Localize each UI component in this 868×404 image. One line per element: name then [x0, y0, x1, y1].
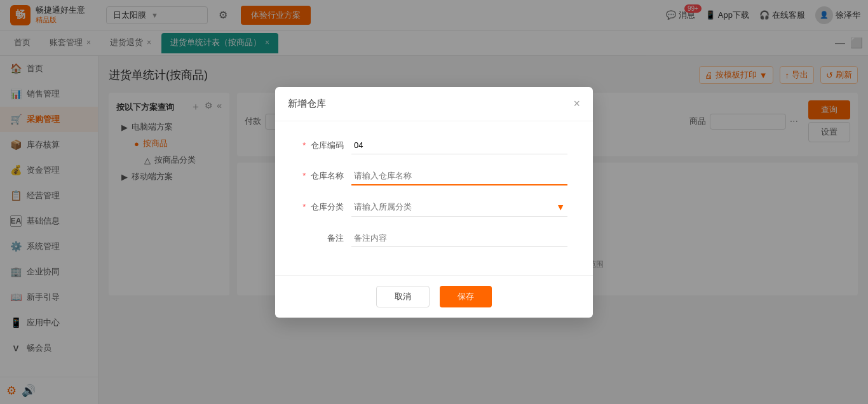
category-label-wrap: * 仓库分类 — [301, 201, 351, 213]
dialog-header: 新增仓库 × — [275, 87, 593, 121]
form-row-name: * 仓库名称 — [301, 167, 567, 185]
category-label: 仓库分类 — [311, 202, 344, 212]
save-button[interactable]: 保存 — [440, 286, 492, 307]
form-row-note: 备注 — [301, 229, 567, 247]
form-row-code: * 仓库编码 — [301, 137, 567, 154]
dialog-footer: 取消 保存 — [275, 275, 593, 318]
dialog-body: * 仓库编码 * 仓库名称 * 仓库分类 — [275, 121, 593, 275]
note-label-wrap: 备注 — [301, 232, 351, 244]
name-label: 仓库名称 — [311, 171, 344, 180]
name-input[interactable] — [351, 167, 567, 185]
required-mark-code: * — [302, 140, 306, 150]
dialog-close-button[interactable]: × — [573, 97, 580, 111]
code-label: 仓库编码 — [311, 140, 344, 150]
code-label-wrap: * 仓库编码 — [301, 140, 351, 151]
form-row-category: * 仓库分类 ▼ — [301, 198, 567, 217]
name-label-wrap: * 仓库名称 — [301, 170, 351, 182]
required-mark-category: * — [302, 202, 306, 212]
note-input[interactable] — [351, 229, 567, 247]
cancel-button[interactable]: 取消 — [376, 286, 430, 307]
dialog-new-warehouse: 新增仓库 × * 仓库编码 * 仓库名称 — [275, 87, 593, 318]
dialog-title: 新增仓库 — [288, 98, 326, 110]
required-mark-name: * — [302, 171, 306, 180]
category-arrow-icon: ▼ — [556, 202, 565, 212]
code-input[interactable] — [351, 137, 567, 154]
category-select-wrap: ▼ — [351, 198, 567, 217]
category-input[interactable] — [354, 202, 556, 212]
modal-overlay[interactable]: 新增仓库 × * 仓库编码 * 仓库名称 — [0, 0, 868, 404]
note-label: 备注 — [327, 233, 344, 243]
